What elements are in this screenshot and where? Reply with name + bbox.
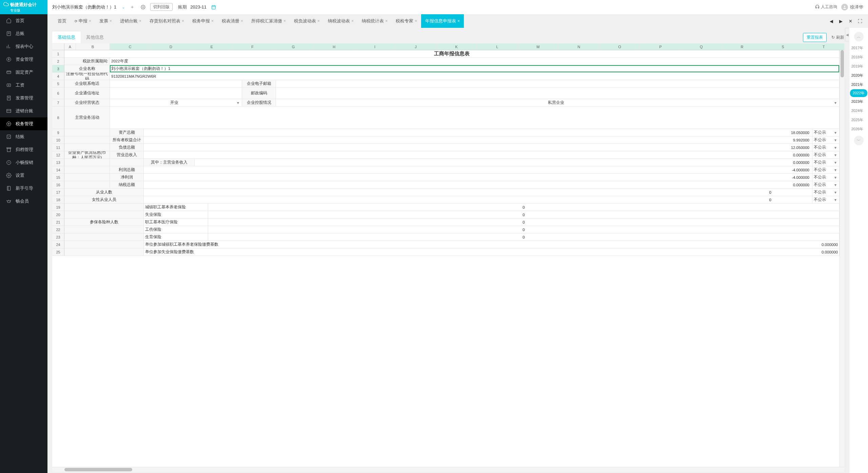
- fin-row-value[interactable]: -4.000000: [144, 174, 812, 181]
- vertical-scrollbar[interactable]: [840, 50, 844, 467]
- row-header[interactable]: 7: [52, 99, 64, 107]
- tab-6[interactable]: 税表清册×: [218, 14, 247, 28]
- nav-item-home[interactable]: 首页: [0, 14, 47, 27]
- nav-item-fund[interactable]: 资金管理: [0, 53, 47, 66]
- headcount-disp[interactable]: 不公示▾: [812, 189, 840, 196]
- col-header[interactable]: C: [110, 43, 151, 50]
- insurance-row-value[interactable]: 0: [208, 211, 840, 218]
- row-header[interactable]: 17: [52, 189, 64, 196]
- calendar-icon[interactable]: [210, 3, 217, 11]
- fin-sub-disp[interactable]: 不公示▾: [812, 159, 840, 166]
- postcode-value-cell[interactable]: [276, 88, 840, 99]
- row-header[interactable]: 20: [52, 211, 64, 219]
- horizontal-scroll-thumb[interactable]: [64, 468, 132, 471]
- row-header[interactable]: 25: [52, 248, 64, 256]
- tab-close-icon[interactable]: ×: [182, 19, 184, 23]
- dropdown-icon[interactable]: ▾: [834, 145, 838, 150]
- nav-item-inout[interactable]: 进销台账: [0, 105, 47, 117]
- year-item[interactable]: 2021年: [850, 80, 867, 89]
- row-header[interactable]: 4: [52, 73, 64, 80]
- tab-7[interactable]: 所得税汇算清缴×: [247, 14, 290, 28]
- period-value-cell[interactable]: 2022年度: [110, 58, 840, 65]
- row-header[interactable]: 6: [52, 88, 64, 99]
- insurance-row-value[interactable]: 0: [208, 219, 840, 226]
- status-value-cell[interactable]: 开业▾: [110, 99, 242, 106]
- female-disp[interactable]: 不公示▾: [812, 196, 840, 203]
- tab-close-icon[interactable]: ×: [317, 19, 320, 23]
- nav-item-guide[interactable]: 新手引导: [0, 182, 47, 195]
- dropdown-icon[interactable]: ▾: [834, 130, 838, 135]
- fin-disp-cell[interactable]: 不公示▾: [812, 144, 840, 151]
- tab-1[interactable]: ⟳申报×: [71, 14, 95, 28]
- year-item[interactable]: 2020年: [850, 71, 867, 80]
- dropdown-icon[interactable]: ▾: [834, 190, 838, 195]
- row-header[interactable]: 9: [52, 129, 64, 136]
- nav-item-expense[interactable]: 小畅报销: [0, 156, 47, 169]
- base-row[interactable]: 单位参加城镇职工基本养老保险缴费基数0.000000: [144, 241, 840, 248]
- year-item[interactable]: 2023年: [850, 97, 867, 106]
- col-header[interactable]: S: [763, 43, 803, 50]
- year-item[interactable]: 2019年: [850, 62, 867, 71]
- col-header[interactable]: R: [722, 43, 763, 50]
- nav-item-archive[interactable]: 归档管理: [0, 143, 47, 156]
- col-header[interactable]: N: [559, 43, 599, 50]
- row-header[interactable]: 13: [52, 159, 64, 166]
- fin-disp-cell[interactable]: 不公示▾: [812, 174, 840, 181]
- fin-row-value[interactable]: 9.992000: [144, 136, 812, 144]
- year-item[interactable]: 2018年: [850, 53, 867, 62]
- tab-close-icon[interactable]: ×: [351, 19, 354, 23]
- add-account-icon[interactable]: ＋: [129, 3, 136, 11]
- tab-prev-icon[interactable]: ◀: [827, 14, 836, 28]
- fin-disp-cell[interactable]: 不公示▾: [812, 136, 840, 144]
- tab-close-icon[interactable]: ×: [241, 19, 243, 23]
- tab-close-icon[interactable]: ×: [415, 19, 417, 23]
- user-menu[interactable]: 徐泽华: [841, 4, 863, 11]
- tab-close-icon[interactable]: ×: [283, 19, 286, 23]
- nav-item-salary[interactable]: 工资: [0, 79, 47, 92]
- col-header[interactable]: L: [477, 43, 518, 50]
- tab-close-icon[interactable]: ×: [457, 19, 460, 23]
- col-header[interactable]: T: [804, 43, 844, 50]
- phone-value-cell[interactable]: [110, 80, 242, 87]
- row-header[interactable]: 10: [52, 136, 64, 144]
- fin-row-value[interactable]: 0.000000: [144, 151, 812, 158]
- fin-disp-cell[interactable]: 不公示▾: [812, 181, 840, 188]
- tab-2[interactable]: 发票×: [95, 14, 116, 28]
- tab-close-icon[interactable]: ×: [211, 19, 214, 23]
- tab-0[interactable]: 首页: [54, 14, 71, 28]
- base-row[interactable]: 单位参加失业保险缴费基数0.000000: [144, 248, 840, 256]
- insurance-row-value[interactable]: 0: [208, 233, 840, 241]
- row-header[interactable]: 12: [52, 151, 64, 159]
- tab-close-all-icon[interactable]: ✕: [846, 14, 855, 28]
- col-header[interactable]: J: [395, 43, 436, 50]
- dropdown-icon[interactable]: ▾: [834, 100, 838, 105]
- tab-5[interactable]: 税务申报×: [188, 14, 218, 28]
- tab-close-icon[interactable]: ×: [110, 19, 112, 23]
- company-value-cell[interactable]: 刘小艳演示账套（勿删勿动！）1: [110, 65, 840, 72]
- year-scroll-up-icon[interactable]: ︿: [854, 32, 864, 41]
- consult-button[interactable]: 人工咨询: [815, 4, 837, 10]
- col-header[interactable]: B: [76, 43, 110, 50]
- col-header[interactable]: H: [314, 43, 355, 50]
- tab-next-icon[interactable]: ▶: [836, 14, 846, 28]
- subtab-0[interactable]: 基础信息: [52, 32, 81, 43]
- nav-item-vip[interactable]: 畅会员: [0, 195, 47, 208]
- fin-row-value[interactable]: 12.050000: [144, 144, 812, 151]
- nav-item-ledger[interactable]: 总账: [0, 27, 47, 40]
- female-value[interactable]: 0: [144, 196, 812, 203]
- credit-value-cell[interactable]: 91320811MA7NGR2W6R: [110, 73, 840, 80]
- col-header[interactable]: K: [436, 43, 477, 50]
- col-header[interactable]: G: [273, 43, 314, 50]
- row-header[interactable]: 16: [52, 181, 64, 189]
- row-header[interactable]: 8: [52, 107, 64, 129]
- col-header[interactable]: P: [640, 43, 681, 50]
- row-header[interactable]: 14: [52, 166, 64, 174]
- nav-item-asset[interactable]: 固定资产: [0, 66, 47, 79]
- refresh-button[interactable]: ↻ 刷新: [831, 35, 844, 40]
- select-all-corner[interactable]: [52, 43, 64, 50]
- mainbiz-value-cell[interactable]: [110, 107, 840, 129]
- col-header[interactable]: Q: [681, 43, 722, 50]
- dropdown-icon[interactable]: ▾: [834, 175, 838, 180]
- account-selector[interactable]: 刘小艳演示账套（勿删勿动！）1: [52, 4, 116, 10]
- tab-close-icon[interactable]: ×: [385, 19, 388, 23]
